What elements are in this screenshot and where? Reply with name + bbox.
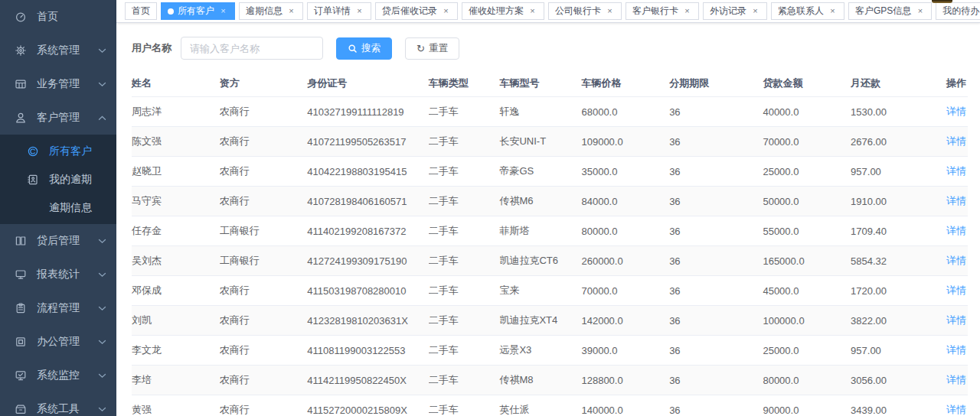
table-cell: 142000.0 (581, 306, 669, 336)
tab-label: 贷后催收记录 (382, 5, 437, 18)
sidebar-item-系统监控[interactable]: 系统监控 (0, 359, 116, 392)
table-cell: 农商行 (220, 187, 308, 216)
no-icon (25, 202, 41, 214)
sidebar-item-所有客户[interactable]: 所有客户 (0, 137, 116, 165)
close-icon[interactable]: × (750, 6, 760, 16)
close-icon[interactable]: × (915, 6, 925, 16)
close-icon[interactable]: × (528, 6, 537, 16)
toolbox-icon (13, 403, 28, 415)
tab-贷后催收记录[interactable]: 贷后催收记录× (375, 2, 458, 20)
close-icon[interactable]: × (441, 6, 451, 16)
sidebar: 首页系统管理业务管理客户管理所有客户我的逾期逾期信息贷后管理报表统计流程管理办公… (0, 0, 116, 416)
table-cell: 吴刘杰 (132, 246, 220, 276)
table-cell: 41142119950822450X (307, 366, 428, 395)
sidebar-item-逾期信息[interactable]: 逾期信息 (0, 193, 116, 222)
table-cell: 农商行 (220, 395, 308, 416)
main-area: 首页所有客户×逾期信息×订单详情×贷后催收记录×催收处理方案×公司银行卡×客户银… (116, 0, 980, 416)
table-cell: 3056.00 (851, 366, 933, 395)
tab-公司银行卡[interactable]: 公司银行卡× (548, 2, 622, 20)
table-row: 任存金工商银行411402199208167372二手车菲斯塔80000.036… (132, 216, 968, 246)
detail-link[interactable]: 详情 (946, 374, 966, 385)
customer-name-input[interactable] (181, 37, 323, 60)
table-cell: 70000.0 (581, 276, 669, 306)
sidebar-item-系统管理[interactable]: 系统管理 (0, 34, 116, 67)
customers-circle-icon (25, 145, 41, 158)
sidebar-item-贷后管理[interactable]: 贷后管理 (0, 224, 116, 258)
detail-link[interactable]: 详情 (946, 165, 966, 177)
table-cell: 410327199111112819 (307, 97, 428, 127)
tab-外访记录[interactable]: 外访记录× (703, 2, 767, 20)
close-icon[interactable]: × (354, 6, 364, 16)
tab-紧急联系人[interactable]: 紧急联系人× (771, 2, 844, 20)
detail-link[interactable]: 详情 (946, 284, 966, 296)
sidebar-item-报表统计[interactable]: 报表统计 (0, 258, 116, 291)
sidebar-item-我的逾期[interactable]: 我的逾期 (0, 165, 116, 193)
column-header-月还款: 月还款 (851, 70, 933, 97)
tab-客户银行卡[interactable]: 客户银行卡× (626, 2, 699, 20)
tab-催收处理方案[interactable]: 催收处理方案× (462, 2, 544, 20)
table-cell: 二手车 (429, 336, 500, 366)
customers-table: 姓名资方身份证号车辆类型车辆型号车辆价格分期期限贷款金额月还款操作 周志洋农商行… (132, 70, 968, 416)
detail-link[interactable]: 详情 (946, 225, 966, 236)
table-cell: 二手车 (429, 97, 500, 127)
table-cell: 50000.0 (763, 187, 851, 216)
detail-link[interactable]: 详情 (946, 344, 966, 356)
table-cell: 40000.0 (763, 97, 851, 127)
tab-label: 催收处理方案 (469, 5, 524, 18)
table-cell: 412724199309175190 (307, 246, 428, 276)
tab-订单详情[interactable]: 订单详情× (307, 2, 371, 20)
close-icon[interactable]: × (605, 6, 615, 16)
sidebar-item-流程管理[interactable]: 流程管理 (0, 291, 116, 325)
detail-link[interactable]: 详情 (946, 314, 966, 326)
sidebar-item-系统工具[interactable]: 系统工具 (0, 392, 116, 416)
close-icon[interactable]: × (286, 6, 296, 16)
detail-link[interactable]: 详情 (946, 255, 966, 266)
tab-label: 订单详情 (314, 5, 351, 18)
sidebar-item-业务管理[interactable]: 业务管理 (0, 67, 116, 101)
sidebar-item-首页[interactable]: 首页 (0, 0, 116, 34)
tab-所有客户[interactable]: 所有客户× (161, 2, 235, 20)
detail-link[interactable]: 详情 (946, 135, 966, 147)
table-cell: 帝豪GS (499, 157, 581, 187)
table-cell: 农商行 (220, 366, 308, 395)
sidebar-item-label: 系统管理 (37, 44, 80, 57)
detail-link[interactable]: 详情 (946, 195, 966, 206)
chevron-down-icon (98, 48, 106, 54)
table-cell: 36 (669, 395, 763, 416)
table-cell: 140000.0 (581, 395, 669, 416)
tab-逾期信息[interactable]: 逾期信息× (239, 2, 303, 20)
table-row: 刘凯农商行41232819810203631X二手车凯迪拉克XT4142000.… (132, 306, 968, 336)
tab-客户GPS信息[interactable]: 客户GPS信息× (848, 2, 932, 20)
table-cell: 45000.0 (763, 276, 851, 306)
table-cell: 1709.40 (851, 216, 933, 246)
close-icon[interactable]: × (828, 6, 838, 16)
app-layout: 首页系统管理业务管理客户管理所有客户我的逾期逾期信息贷后管理报表统计流程管理办公… (0, 0, 980, 416)
search-button[interactable]: 搜索 (336, 37, 392, 60)
table-cell: 36 (669, 336, 763, 366)
column-header-贷款金额: 贷款金额 (763, 70, 851, 97)
close-icon[interactable]: × (682, 6, 692, 16)
tab-label: 我的待办 (942, 5, 979, 18)
report-monitor-icon (13, 268, 28, 281)
tab-首页[interactable]: 首页 (125, 2, 157, 20)
table-cell: 411503198708280010 (307, 276, 428, 306)
table-cell: 957.00 (851, 336, 933, 366)
table-cell: 36 (669, 276, 763, 306)
detail-link[interactable]: 详情 (946, 404, 966, 415)
tab-我的待办[interactable]: 我的待办× (936, 2, 980, 20)
table-cell: 陈文强 (132, 127, 220, 157)
process-clipboard-icon (13, 302, 28, 314)
table-cell: 二手车 (429, 127, 500, 157)
table-cell: 任存金 (132, 216, 220, 246)
table-row: 吴刘杰工商银行412724199309175190二手车凯迪拉克CT626000… (132, 246, 968, 276)
detail-link[interactable]: 详情 (946, 106, 966, 117)
table-cell: 长安UNI-T (499, 127, 581, 157)
table-cell-actions: 详情 (933, 336, 968, 366)
reset-button[interactable]: ↻ 重置 (405, 37, 459, 60)
table-cell: 农商行 (220, 306, 308, 336)
table-cell-actions: 详情 (933, 127, 968, 157)
sidebar-item-办公管理[interactable]: 办公管理 (0, 325, 116, 359)
close-icon[interactable]: × (218, 6, 228, 16)
table-cell: 90000.0 (763, 395, 851, 416)
sidebar-item-客户管理[interactable]: 客户管理 (0, 101, 116, 135)
